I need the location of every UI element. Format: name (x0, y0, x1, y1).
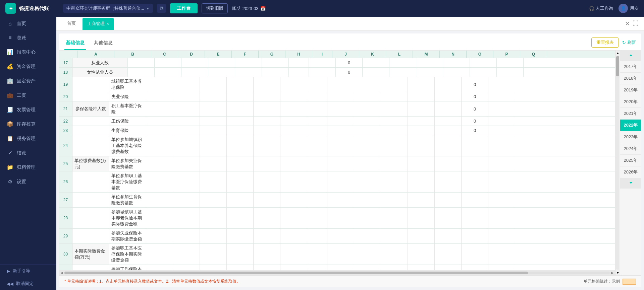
grid-cell[interactable] (146, 101, 173, 116)
grid-cell[interactable]: 单位参加职工基本医疗保险缴费基数 (109, 171, 146, 192)
grid-cell[interactable] (435, 208, 462, 228)
grid-cell[interactable] (327, 92, 354, 101)
grid-cell[interactable] (173, 265, 200, 270)
grid-cell[interactable] (254, 101, 280, 116)
sidebar-item-settings[interactable]: ⚙ 设置 (0, 174, 56, 189)
close-window-button[interactable]: ✕ (625, 20, 630, 27)
grid-cell[interactable] (354, 77, 381, 92)
grid-cell[interactable]: 女性从业人员 (72, 68, 128, 77)
grid-cell[interactable] (416, 68, 443, 77)
grid-cell[interactable] (200, 193, 227, 207)
grid-cell[interactable] (488, 77, 515, 92)
grid-cell[interactable] (389, 68, 416, 77)
grid-cell[interactable] (307, 126, 327, 135)
grid-cell[interactable] (146, 92, 173, 101)
grid-cell[interactable] (227, 171, 254, 192)
grid-cell[interactable] (146, 135, 173, 156)
grid-cell[interactable] (208, 58, 235, 67)
grid-cell[interactable] (381, 229, 408, 243)
grid-cell[interactable] (262, 68, 289, 77)
grid-cell[interactable] (181, 68, 208, 77)
grid-cell[interactable] (488, 101, 515, 116)
grid-cell[interactable] (381, 135, 408, 156)
grid-cell[interactable] (354, 208, 381, 228)
grid-cell[interactable]: 0 (462, 126, 488, 135)
grid-cell[interactable] (381, 244, 408, 265)
grid-cell[interactable] (462, 171, 488, 192)
sidebar-item-archive[interactable]: 📁 归档管理 (0, 160, 56, 174)
grid-cell[interactable] (408, 77, 435, 92)
grid-cell[interactable] (200, 171, 227, 192)
grid-cell[interactable] (363, 68, 389, 77)
grid-cell[interactable]: 城镇职工基本养老保险 (109, 77, 146, 92)
grid-cell[interactable] (155, 68, 181, 77)
grid-cell[interactable] (381, 126, 408, 135)
grid-cell[interactable] (307, 208, 327, 228)
grid-cell[interactable] (280, 156, 307, 171)
grid-cell[interactable] (128, 68, 155, 77)
grid-cell[interactable] (327, 229, 354, 243)
grid-cell[interactable] (72, 92, 109, 101)
tab-other-info[interactable]: 其他信息 (93, 38, 114, 50)
grid-cell[interactable] (488, 208, 515, 228)
grid-cell[interactable] (128, 58, 155, 67)
grid-cell[interactable] (435, 126, 462, 135)
grid-cell[interactable] (381, 117, 408, 126)
calendar-icon[interactable]: 📅 (260, 6, 266, 11)
grid-cell[interactable] (181, 58, 208, 67)
grid-cell[interactable] (280, 229, 307, 243)
grid-cell[interactable] (227, 193, 254, 207)
grid-cell[interactable]: 失业保险 (109, 92, 146, 101)
grid-cell[interactable]: 单位缴费基数(万元) (72, 156, 109, 171)
grid-cell[interactable] (408, 229, 435, 243)
grid-cell[interactable] (227, 92, 254, 101)
grid-cell[interactable] (72, 117, 109, 126)
grid-cell[interactable] (307, 92, 327, 101)
scroll-right-arrow[interactable]: ▶ (611, 271, 614, 275)
grid-cell[interactable] (227, 101, 254, 116)
year-item-2025[interactable]: 2025年 (620, 155, 641, 166)
grid-cell[interactable]: 从业人数 (72, 58, 128, 67)
grid-cell[interactable] (307, 193, 327, 207)
grid-cell[interactable] (200, 101, 227, 116)
grid-cell[interactable] (307, 265, 327, 270)
grid-cell[interactable] (462, 193, 488, 207)
grid-cell[interactable] (354, 193, 381, 207)
copy-button[interactable]: ⧉ (157, 4, 166, 13)
grid-cell[interactable] (146, 229, 173, 243)
scroll-track[interactable] (616, 56, 619, 270)
grid-cell[interactable] (389, 58, 416, 67)
grid-cell[interactable] (254, 117, 280, 126)
grid-cell[interactable]: 单位参加失业保险缴费基数 (109, 156, 146, 171)
grid-cell[interactable] (488, 171, 515, 192)
grid-cell[interactable] (443, 68, 470, 77)
grid-cell[interactable] (173, 229, 200, 243)
grid-cell[interactable] (72, 265, 109, 270)
grid-cell[interactable] (280, 77, 307, 92)
grid-cell[interactable] (408, 171, 435, 192)
grid-cell[interactable]: 0 (336, 68, 363, 77)
grid-cell[interactable] (173, 208, 200, 228)
grid-cell[interactable] (435, 101, 462, 116)
grid-cell[interactable] (462, 156, 488, 171)
grid-cell[interactable] (381, 101, 408, 116)
grid-cell[interactable] (443, 58, 470, 67)
grid-cell[interactable] (280, 92, 307, 101)
grid-cell[interactable] (354, 135, 381, 156)
grid-cell[interactable] (254, 208, 280, 228)
grid-cell[interactable] (435, 117, 462, 126)
grid-cell[interactable]: 工伤保险 (109, 117, 146, 126)
grid-cell[interactable] (173, 117, 200, 126)
grid-cell[interactable] (289, 68, 309, 77)
tab-business-management[interactable]: 工商管理 × (83, 18, 114, 30)
grid-cell[interactable] (146, 193, 173, 207)
grid-cell[interactable] (307, 156, 327, 171)
grid-cell[interactable] (254, 135, 280, 156)
grid-cell[interactable] (173, 92, 200, 101)
grid-cell[interactable]: 0 (462, 77, 488, 92)
grid-cell[interactable] (488, 126, 515, 135)
grid-cell[interactable]: 0 (336, 58, 363, 67)
grid-cell[interactable] (327, 244, 354, 265)
grid-cell[interactable] (280, 126, 307, 135)
grid-cell[interactable] (408, 193, 435, 207)
